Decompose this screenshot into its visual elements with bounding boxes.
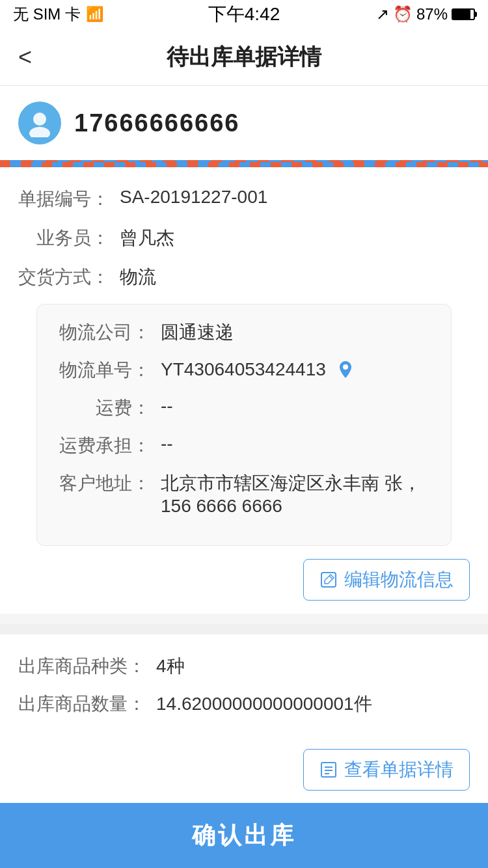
nav-bar: < 待出库单据详情 [0, 29, 488, 86]
goods-quantity-row: 出库商品数量： 14.62000000000000001件 [18, 692, 470, 716]
freight-bear-label: 运费承担： [53, 433, 150, 458]
location-status-icon: ↗ [376, 5, 389, 23]
battery-icon [452, 8, 475, 20]
edit-btn-row: 编辑物流信息 [18, 546, 470, 601]
order-no-label: 单据编号： [18, 187, 109, 211]
back-button[interactable]: < [18, 44, 32, 71]
svg-rect-3 [321, 573, 336, 587]
address-row: 客户地址： 北京市市辖区海淀区永丰南 张，156 6666 6666 [53, 471, 435, 517]
section-divider-1 [0, 624, 488, 634]
freight-bear-row: 运费承担： -- [53, 433, 435, 458]
order-info-section: 单据编号： SA-20191227-001 业务员： 曾凡杰 交货方式： 物流 … [0, 167, 488, 614]
customer-card: 17666666666 [0, 86, 488, 162]
delivery-value: 物流 [120, 265, 470, 290]
status-time: 下午4:42 [208, 2, 280, 27]
dashed-divider [0, 162, 488, 167]
carrier-text: 无 SIM 卡 [13, 4, 81, 25]
wifi-icon: 📶 [86, 6, 103, 23]
svg-point-1 [29, 127, 50, 137]
logistics-tracking-value: YT43064053424413 [161, 358, 435, 381]
map-pin-icon[interactable] [334, 358, 357, 381]
goods-type-row: 出库商品种类： 4种 [18, 654, 470, 679]
salesman-row: 业务员： 曾凡杰 [18, 226, 470, 251]
view-detail-label: 查看单据详情 [344, 757, 454, 782]
logistics-company-row: 物流公司： 圆通速递 [53, 320, 435, 345]
goods-quantity-label: 出库商品数量： [18, 692, 146, 716]
goods-quantity-value: 14.62000000000000001件 [156, 692, 470, 716]
logistics-company-value: 圆通速递 [161, 320, 435, 345]
freight-value: -- [161, 396, 435, 416]
page-title: 待出库单据详情 [167, 42, 321, 72]
svg-point-0 [33, 113, 46, 126]
salesman-label: 业务员： [18, 226, 109, 251]
logistics-tracking-row: 物流单号： YT43064053424413 [53, 358, 435, 383]
battery-text: 87% [416, 5, 448, 23]
goods-type-value: 4种 [156, 654, 470, 679]
status-left: 无 SIM 卡 📶 [13, 4, 103, 25]
address-value: 北京市市辖区海淀区永丰南 张，156 6666 6666 [161, 471, 435, 517]
delivery-row: 交货方式： 物流 [18, 265, 470, 290]
goods-type-label: 出库商品种类： [18, 654, 146, 679]
edit-logistics-button[interactable]: 编辑物流信息 [303, 559, 470, 601]
salesman-value: 曾凡杰 [120, 226, 470, 251]
customer-phone: 17666666666 [74, 109, 239, 137]
avatar [18, 102, 61, 144]
svg-point-2 [343, 364, 348, 370]
delivery-label: 交货方式： [18, 265, 109, 290]
main-content: 17666666666 单据编号： SA-20191227-001 业务员： 曾… [0, 86, 488, 868]
logistics-company-label: 物流公司： [53, 320, 150, 345]
freight-row: 运费： -- [53, 396, 435, 420]
freight-bear-value: -- [161, 433, 435, 454]
confirm-outbound-label: 确认出库 [192, 820, 296, 852]
status-right: ↗ ⏰ 87% [376, 5, 475, 23]
alarm-icon: ⏰ [393, 5, 413, 23]
goods-section: 出库商品种类： 4种 出库商品数量： 14.62000000000000001件 [0, 634, 488, 742]
status-bar: 无 SIM 卡 📶 下午4:42 ↗ ⏰ 87% [0, 0, 488, 29]
view-detail-button[interactable]: 查看单据详情 [303, 749, 470, 791]
logistics-card: 物流公司： 圆通速递 物流单号： YT43064053424413 运费： [36, 304, 452, 546]
view-btn-row: 查看单据详情 [0, 742, 488, 810]
freight-label: 运费： [53, 396, 150, 420]
order-no-value: SA-20191227-001 [120, 187, 470, 208]
edit-logistics-label: 编辑物流信息 [344, 567, 454, 592]
order-no-row: 单据编号： SA-20191227-001 [18, 187, 470, 211]
confirm-outbound-button[interactable]: 确认出库 [0, 803, 488, 868]
logistics-tracking-label: 物流单号： [53, 358, 150, 383]
address-label: 客户地址： [53, 471, 150, 496]
